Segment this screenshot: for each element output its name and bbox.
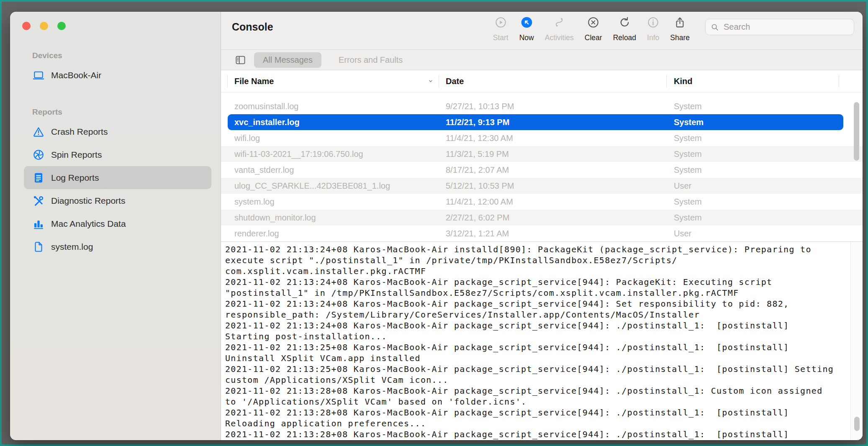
sidebar-item-system-log[interactable]: system.log xyxy=(24,235,211,258)
cell-file: xvc_installer.log xyxy=(228,118,439,127)
table-row[interactable]: ulog_CC_SPARKLE...42D3EBE081_1.log5/12/2… xyxy=(221,178,863,194)
cell-kind: System xyxy=(667,149,839,159)
sidebar-item-label: Diagnostic Reports xyxy=(51,196,125,206)
log-line: Uninstall XSplit VCam.app installed xyxy=(225,353,846,364)
sidebar-item-diagnostic-reports[interactable]: Diagnostic Reports xyxy=(24,189,211,212)
sidebar-item-label: Crash Reports xyxy=(51,127,108,137)
sidebar-item-mac-analytics-data[interactable]: Mac Analytics Data xyxy=(24,212,211,235)
close-window-button[interactable] xyxy=(22,22,31,30)
log-document-icon xyxy=(32,172,45,184)
search-input[interactable] xyxy=(723,22,849,32)
cell-date: 11/4/21, 12:30 AM xyxy=(439,133,667,143)
column-header-kind[interactable]: Kind xyxy=(667,70,839,92)
laptop-icon xyxy=(32,69,45,82)
table-row[interactable]: zoomusinstall.log9/27/21, 10:13 PMSystem xyxy=(221,98,863,114)
document-icon xyxy=(32,241,45,253)
warning-triangle-icon xyxy=(32,126,45,138)
table-row[interactable]: vanta_stderr.log8/17/21, 2:07 AMSystem xyxy=(221,162,863,178)
log-lines: 2021-11-02 21:13:24+08 Karos-MacBook-Air… xyxy=(225,244,846,440)
row-list: zoomusinstall.log9/27/21, 10:13 PMSystem… xyxy=(221,92,863,241)
log-line: 2021-11-02 21:13:24+08 Karos-MacBook-Air… xyxy=(225,298,846,309)
table-row[interactable]: system.log11/4/21, 12:00 AMSystem xyxy=(221,194,863,210)
table-header: File Name Date Kind xyxy=(221,70,863,92)
log-line: 2021-11-02 21:13:28+08 Karos-MacBook-Air… xyxy=(225,407,846,418)
toolbar-button-label: Reload xyxy=(613,34,636,41)
log-line: 2021-11-02 21:13:25+08 Karos-MacBook-Air… xyxy=(225,342,846,353)
toolbar-button-info[interactable]: Info xyxy=(647,16,659,41)
cell-file: wifi.log xyxy=(221,133,439,143)
cell-file: wifi-11-03-2021__17:19:06.750.log xyxy=(221,149,439,159)
log-line: 2021-11-02 21:13:25+08 Karos-MacBook-Air… xyxy=(225,364,846,374)
chevron-down-icon xyxy=(426,77,435,85)
log-line: 2021-11-02 21:13:24+08 Karos-MacBook-Air… xyxy=(225,244,846,255)
log-line: execute script "./postinstall_1" in /pri… xyxy=(225,255,846,266)
log-scrollbar-track xyxy=(850,242,863,440)
toolbar-button-start[interactable]: Start xyxy=(493,16,508,41)
sidebar-item-macbook-air[interactable]: MacBook-Air xyxy=(24,64,211,87)
cell-date: 5/12/21, 10:53 PM xyxy=(439,181,667,191)
sidebar-item-log-reports[interactable]: Log Reports xyxy=(24,166,211,189)
clear-circle-x-icon xyxy=(587,16,599,28)
message-filter-bar: All MessagesErrors and Faults xyxy=(221,50,863,70)
toolbar-button-label: Activities xyxy=(545,34,574,41)
log-file-table[interactable]: zoomusinstall.log9/27/21, 10:13 PMSystem… xyxy=(221,92,863,242)
cell-date: 9/27/21, 10:13 PM xyxy=(439,102,667,111)
share-icon xyxy=(674,16,686,28)
minimize-window-button[interactable] xyxy=(40,22,48,30)
toolbar-buttons: StartNowActivitiesClearReloadInfoShare xyxy=(488,16,695,41)
column-header-file-name[interactable]: File Name xyxy=(221,70,439,92)
cell-kind: System xyxy=(667,197,839,207)
table-scrollbar-thumb[interactable] xyxy=(854,102,859,161)
table-row[interactable]: wifi-11-03-2021__17:19:06.750.log11/3/21… xyxy=(221,146,863,162)
toolbar-button-label: Info xyxy=(647,34,659,41)
spin-wheel-icon xyxy=(32,149,45,161)
sidebar-section-label: Devices xyxy=(10,51,221,60)
cell-date: 8/17/21, 2:07 AM xyxy=(439,165,667,175)
table-row[interactable]: xvc_installer.log11/2/21, 9:13 PMSystem xyxy=(228,114,843,130)
log-content-pane[interactable]: 2021-11-02 21:13:24+08 Karos-MacBook-Air… xyxy=(221,242,863,440)
now-arrow-icon xyxy=(521,16,533,28)
cell-kind: System xyxy=(667,165,839,175)
cell-kind: System xyxy=(667,133,839,143)
bar-chart-icon xyxy=(32,218,45,230)
log-line: Reloading application preferences... xyxy=(225,418,846,429)
cell-file: vanta_stderr.log xyxy=(221,165,439,175)
toolbar-button-now[interactable]: Now xyxy=(519,16,534,41)
column-header-label: File Name xyxy=(234,77,274,86)
table-row[interactable]: renderer.log3/12/21, 1:21 AMUser xyxy=(221,226,863,241)
sidebar: DevicesMacBook-AirReportsCrash ReportsSp… xyxy=(10,12,221,440)
sidebar-item-spin-reports[interactable]: Spin Reports xyxy=(24,143,211,166)
zoom-window-button[interactable] xyxy=(57,22,66,30)
log-line: 2021-11-02 21:13:24+08 Karos-MacBook-Air… xyxy=(225,277,846,287)
cell-file: renderer.log xyxy=(221,229,439,238)
cell-kind: User xyxy=(667,229,839,238)
sidebar-item-label: MacBook-Air xyxy=(51,70,101,80)
column-header-label: Date xyxy=(446,77,464,86)
toolbar-button-share[interactable]: Share xyxy=(670,16,690,41)
toggle-sidebar-button[interactable] xyxy=(234,54,247,66)
log-line: to '/Applications/XSplit VCam' based on … xyxy=(225,396,846,407)
sidebar-section-label: Reports xyxy=(10,108,221,117)
content-area: Console StartNowActivitiesClearReloadInf… xyxy=(221,12,863,440)
tools-icon xyxy=(32,195,45,207)
log-line: 2021-11-02 21:13:24+08 Karos-MacBook-Air… xyxy=(225,320,846,331)
search-field[interactable] xyxy=(705,19,854,35)
cell-kind: System xyxy=(667,213,839,223)
toolbar-button-reload[interactable]: Reload xyxy=(613,16,636,41)
log-line: custom /Applications/XSplit VCam icon... xyxy=(225,374,846,385)
sidebar-toggle-icon xyxy=(234,54,247,66)
cell-kind: System xyxy=(667,118,839,127)
toolbar-button-clear[interactable]: Clear xyxy=(585,16,602,41)
sidebar-item-crash-reports[interactable]: Crash Reports xyxy=(24,120,211,143)
table-row[interactable]: wifi.log11/4/21, 12:30 AMSystem xyxy=(221,130,863,146)
tab-errors-and-faults[interactable]: Errors and Faults xyxy=(330,52,411,68)
log-scrollbar-thumb[interactable] xyxy=(854,417,860,431)
tab-all-messages[interactable]: All Messages xyxy=(254,52,321,68)
toolbar-button-label: Clear xyxy=(585,34,602,41)
cell-date: 11/4/21, 12:00 AM xyxy=(439,197,667,207)
toolbar-button-activities[interactable]: Activities xyxy=(545,16,574,41)
cell-date: 3/12/21, 1:21 AM xyxy=(439,229,667,238)
tab-list: All MessagesErrors and Faults xyxy=(254,52,420,68)
column-header-date[interactable]: Date xyxy=(439,70,667,92)
table-row[interactable]: shutdown_monitor.log2/27/21, 6:02 PMSyst… xyxy=(221,210,863,226)
